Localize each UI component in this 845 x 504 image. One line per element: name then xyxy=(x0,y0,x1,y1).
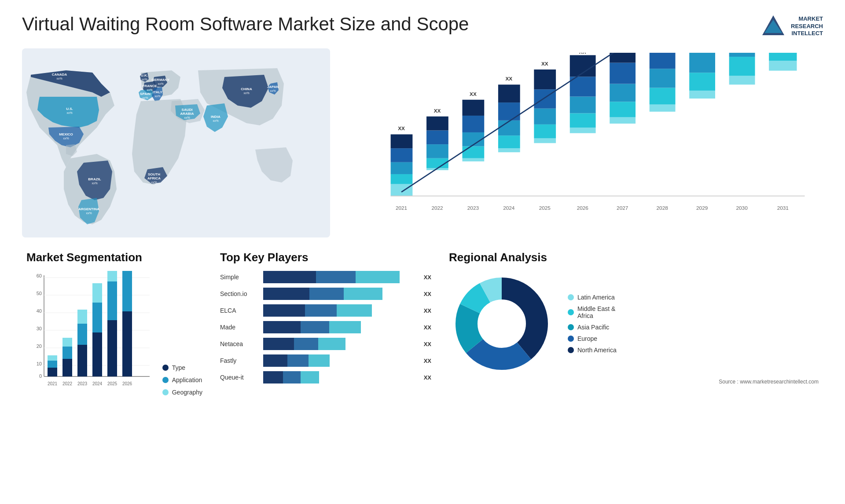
svg-rect-139 xyxy=(77,345,87,376)
bar-seg3 xyxy=(329,321,361,333)
svg-text:2027: 2027 xyxy=(617,205,628,211)
svg-text:SOUTH: SOUTH xyxy=(148,172,160,176)
page-container: Virtual Waiting Room Software Market Siz… xyxy=(0,0,845,504)
svg-rect-151 xyxy=(122,311,132,376)
svg-point-160 xyxy=(480,302,524,346)
seg-chart-container: 60 50 40 30 20 10 0 xyxy=(26,271,202,396)
app-dot xyxy=(162,377,169,383)
svg-text:2022: 2022 xyxy=(431,205,443,211)
bar-seg1 xyxy=(263,354,287,367)
legend-europe: Europe xyxy=(568,335,617,342)
latin-america-label: Latin America xyxy=(577,294,615,301)
player-bar-elca xyxy=(263,304,417,317)
svg-rect-53 xyxy=(462,116,484,132)
svg-text:2030: 2030 xyxy=(736,205,748,211)
svg-text:xx%: xx% xyxy=(243,91,249,95)
svg-text:JAPAN: JAPAN xyxy=(267,85,279,89)
svg-text:2028: 2028 xyxy=(657,205,669,211)
svg-text:40: 40 xyxy=(37,308,42,314)
bar-seg2 xyxy=(316,271,356,283)
svg-rect-60 xyxy=(498,102,520,121)
svg-rect-106 xyxy=(769,61,797,71)
svg-text:60: 60 xyxy=(37,273,42,278)
svg-rect-135 xyxy=(62,359,72,376)
svg-marker-1 xyxy=(764,20,782,33)
regional-legend: Latin America Middle East &Africa Asia P… xyxy=(568,294,617,354)
top-row: CANADA xx% U.S. xx% MEXICO xx% BRAZIL xx… xyxy=(22,48,823,237)
svg-rect-88 xyxy=(650,53,676,69)
svg-rect-140 xyxy=(77,324,87,345)
geo-label: Geography xyxy=(172,389,202,396)
svg-rect-37 xyxy=(391,174,413,184)
svg-text:ARGENTINA: ARGENTINA xyxy=(78,207,99,211)
svg-text:XX: XX xyxy=(434,108,441,113)
player-fastly: Fastly XX xyxy=(220,354,431,367)
svg-text:2024: 2024 xyxy=(503,205,515,211)
svg-text:xx%: xx% xyxy=(66,111,72,114)
svg-rect-80 xyxy=(610,84,636,102)
seg-legend: Type Application Geography xyxy=(162,355,202,396)
svg-rect-133 xyxy=(48,355,57,361)
svg-rect-64 xyxy=(534,139,556,143)
svg-rect-92 xyxy=(689,91,715,99)
svg-rect-152 xyxy=(122,271,132,311)
svg-text:SAUDI: SAUDI xyxy=(182,108,193,112)
svg-text:ITALY: ITALY xyxy=(153,90,162,94)
legend-north-america: North America xyxy=(568,347,617,354)
svg-text:2021: 2021 xyxy=(396,205,407,211)
player-elca: ELCA XX xyxy=(220,304,431,317)
bar-seg2 xyxy=(287,354,309,367)
svg-rect-65 xyxy=(534,124,556,139)
svg-text:30: 30 xyxy=(37,326,42,331)
europe-dot xyxy=(568,336,574,342)
svg-text:GERMANY: GERMANY xyxy=(152,78,170,82)
svg-rect-61 xyxy=(498,84,520,102)
player-section: Section.io XX xyxy=(220,288,431,300)
player-name-queueit: Queue-it xyxy=(220,374,260,381)
header: Virtual Waiting Room Software Market Siz… xyxy=(22,13,823,40)
svg-text:2026: 2026 xyxy=(577,205,589,211)
player-made: Made XX xyxy=(220,321,431,333)
main-title: Virtual Waiting Room Software Market Siz… xyxy=(22,13,469,35)
svg-rect-39 xyxy=(391,148,413,162)
asia-pacific-dot xyxy=(568,324,574,330)
svg-rect-132 xyxy=(48,361,57,368)
svg-text:2031: 2031 xyxy=(777,205,789,211)
svg-text:AFRICA: AFRICA xyxy=(147,176,161,180)
svg-rect-40 xyxy=(391,134,413,148)
bar-seg1 xyxy=(263,338,294,350)
donut-chart xyxy=(449,271,555,376)
svg-rect-45 xyxy=(426,144,448,158)
svg-text:xx%: xx% xyxy=(151,181,157,184)
svg-text:xx%: xx% xyxy=(142,96,148,99)
key-players-section: Top Key Players Simple XX Section.io xyxy=(216,246,436,422)
player-bar-made xyxy=(263,321,417,333)
svg-rect-145 xyxy=(92,283,102,303)
svg-rect-68 xyxy=(534,69,556,89)
svg-text:20: 20 xyxy=(37,343,42,349)
svg-rect-85 xyxy=(650,105,676,112)
legend-asia-pacific: Asia Pacific xyxy=(568,324,617,331)
market-seg-section: Market Segmentation 60 50 40 30 20 10 xyxy=(22,246,207,422)
svg-rect-82 xyxy=(610,53,636,63)
player-name-fastly: Fastly xyxy=(220,357,260,364)
svg-rect-131 xyxy=(48,368,57,376)
legend-application: Application xyxy=(162,376,202,383)
svg-rect-36 xyxy=(391,184,413,196)
svg-text:ARABIA: ARABIA xyxy=(180,112,194,116)
svg-rect-47 xyxy=(426,117,448,131)
bar-seg3 xyxy=(337,304,372,317)
svg-rect-141 xyxy=(77,310,87,324)
svg-rect-54 xyxy=(462,100,484,116)
svg-rect-73 xyxy=(570,97,596,113)
player-value-elca: XX xyxy=(424,307,431,314)
player-bar-section xyxy=(263,288,417,300)
legend-geography: Geography xyxy=(162,389,202,396)
player-simple: Simple XX xyxy=(220,271,431,283)
svg-rect-147 xyxy=(107,320,117,376)
bar-seg1 xyxy=(263,321,301,333)
middle-east-dot xyxy=(568,309,574,315)
svg-text:xx%: xx% xyxy=(141,78,147,81)
latin-america-dot xyxy=(568,294,574,300)
svg-rect-101 xyxy=(729,53,755,57)
